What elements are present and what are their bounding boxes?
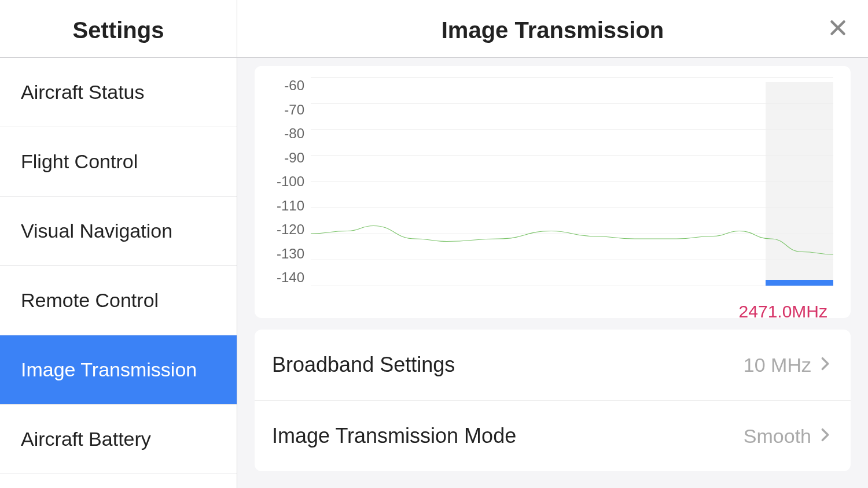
y-tick: -140 [272,269,304,286]
image-transmission-mode-row[interactable]: Image Transmission Mode Smooth [255,401,851,471]
sidebar-item-flight-control[interactable]: Flight Control [0,127,237,197]
frequency-marker [766,280,833,286]
sidebar-item-visual-navigation[interactable]: Visual Navigation [0,197,237,266]
setting-value: Smooth [744,425,811,448]
y-tick: -80 [272,125,304,142]
sidebar-title: Settings [0,0,237,58]
main-header: Image Transmission [237,0,868,58]
y-tick: -120 [272,221,304,238]
broadband-settings-row[interactable]: Broadband Settings 10 MHz [255,330,851,401]
y-tick: -60 [272,77,304,94]
settings-list: Broadband Settings 10 MHz Image Transmis… [255,330,851,471]
chart-plot-area [310,77,833,286]
page-title: Image Transmission [442,17,664,43]
setting-label: Broadband Settings [272,353,455,377]
y-tick: -90 [272,150,304,166]
chart-y-axis: -60 -70 -80 -90 -100 -110 -120 -130 -140 [272,77,310,286]
close-button[interactable] [824,15,852,43]
chevron-right-icon [817,425,833,447]
chevron-right-icon [817,354,833,376]
setting-label: Image Transmission Mode [272,424,516,448]
sidebar: Settings Aircraft Status Flight Control … [0,0,237,488]
frequency-label: 2471.0MHz [739,302,827,321]
y-tick: -110 [272,198,304,214]
y-tick: -130 [272,246,304,262]
setting-value-group: Smooth [744,425,833,448]
signal-line [311,77,833,286]
sidebar-item-remote-control[interactable]: Remote Control [0,266,237,335]
y-tick: -100 [272,173,304,190]
y-tick: -70 [272,102,304,118]
close-icon [827,17,848,40]
signal-chart[interactable]: -60 -70 -80 -90 -100 -110 -120 -130 -140 [272,77,833,286]
signal-chart-card: -60 -70 -80 -90 -100 -110 -120 -130 -140 [255,66,851,318]
sidebar-item-aircraft-status[interactable]: Aircraft Status [0,58,237,127]
setting-value-group: 10 MHz [744,354,833,376]
sidebar-item-aircraft-battery[interactable]: Aircraft Battery [0,405,237,474]
sidebar-item-image-transmission[interactable]: Image Transmission [0,335,237,405]
sidebar-items: Aircraft Status Flight Control Visual Na… [0,58,237,474]
setting-value: 10 MHz [744,354,811,376]
main-panel: Image Transmission -60 -70 -80 -90 -100 [237,0,868,488]
